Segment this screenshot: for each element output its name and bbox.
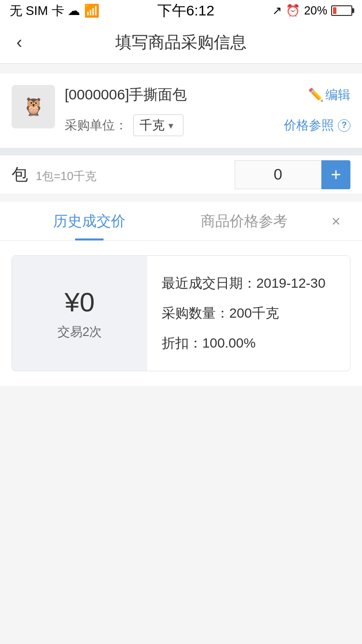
trade-count: 交易2次 bbox=[57, 323, 102, 340]
product-info: [0000006]手撕面包 ✏️ 编辑 采购单位： 千克 ▾ 价格参照 ? bbox=[65, 85, 350, 136]
price-ref-help-icon: ? bbox=[338, 119, 350, 132]
location-icon: ↗ bbox=[272, 4, 282, 17]
product-name: [0000006]手撕面包 bbox=[65, 85, 187, 105]
status-right: ↗ ⏰ 20% bbox=[272, 4, 352, 17]
price-summary: ¥0 交易2次 bbox=[12, 256, 147, 371]
dropdown-arrow-icon: ▾ bbox=[168, 120, 173, 131]
edit-button[interactable]: ✏️ 编辑 bbox=[308, 86, 350, 103]
battery-icon bbox=[331, 5, 352, 16]
quantity-controls: 0 + bbox=[235, 160, 350, 189]
wifi-icon: 📶 bbox=[84, 3, 99, 18]
edit-label: 编辑 bbox=[325, 86, 350, 103]
price-value: 0 bbox=[80, 287, 95, 317]
battery-label: 20% bbox=[304, 4, 327, 17]
purchase-qty-value: 200千克 bbox=[229, 306, 279, 321]
status-time: 下午6:12 bbox=[157, 1, 214, 21]
price-details: 最近成交日期：2019-12-30 采购数量：200千克 折扣：100.00% bbox=[147, 256, 350, 371]
product-unit-row: 采购单位： 千克 ▾ 价格参照 ? bbox=[65, 114, 350, 136]
tab-close-button[interactable]: × bbox=[321, 202, 350, 240]
section-divider bbox=[0, 148, 362, 155]
tabs-header: 历史成交价 商品价格参考 × bbox=[0, 202, 362, 241]
tab-history-price-label: 历史成交价 bbox=[53, 211, 125, 231]
unit-label: 采购单位： bbox=[65, 117, 127, 134]
product-name-row: [0000006]手撕面包 ✏️ 编辑 bbox=[65, 85, 350, 105]
unit-selector-group: 采购单位： 千克 ▾ bbox=[65, 114, 183, 136]
edit-icon: ✏️ bbox=[308, 87, 323, 102]
alarm-icon: ⏰ bbox=[286, 4, 300, 17]
tabs-section: 历史成交价 商品价格参考 × ¥0 交易2次 最近成交日期：2019-12-30… bbox=[0, 202, 362, 386]
product-image: 🦉 bbox=[23, 98, 44, 115]
back-button[interactable]: ‹ bbox=[12, 28, 27, 57]
recent-date-label: 最近成交日期： bbox=[162, 276, 256, 291]
purchase-qty-row: 采购数量：200千克 bbox=[162, 303, 335, 323]
quantity-row: 包 1包=10千克 0 + bbox=[0, 155, 362, 194]
purchase-qty-label: 采购数量： bbox=[162, 306, 229, 321]
recent-date-row: 最近成交日期：2019-12-30 bbox=[162, 273, 335, 294]
nav-bar: ‹ 填写商品采购信息 bbox=[0, 21, 362, 64]
discount-label: 折扣： bbox=[162, 336, 202, 350]
quantity-conversion: 1包=10千克 bbox=[36, 168, 97, 184]
battery-fill bbox=[333, 7, 336, 14]
tab-content: ¥0 交易2次 最近成交日期：2019-12-30 采购数量：200千克 折扣：… bbox=[0, 241, 362, 386]
product-thumbnail: 🦉 bbox=[12, 85, 55, 128]
status-bar: 无 SIM 卡 ☁ 📶 下午6:12 ↗ ⏰ 20% bbox=[0, 0, 362, 21]
quantity-plus-button[interactable]: + bbox=[321, 160, 350, 189]
unit-select[interactable]: 千克 ▾ bbox=[133, 114, 183, 136]
price-card: ¥0 交易2次 最近成交日期：2019-12-30 采购数量：200千克 折扣：… bbox=[12, 255, 350, 371]
price-ref-label: 价格参照 bbox=[284, 117, 334, 134]
product-card: 🦉 [0000006]手撕面包 ✏️ 编辑 采购单位： 千克 ▾ 价格参照 ? bbox=[0, 73, 362, 148]
tab-history-price[interactable]: 历史成交价 bbox=[12, 202, 167, 240]
quantity-input[interactable]: 0 bbox=[235, 160, 321, 189]
status-left: 无 SIM 卡 ☁ 📶 bbox=[10, 2, 99, 19]
price-amount: ¥0 bbox=[65, 286, 95, 318]
unit-value: 千克 bbox=[139, 117, 165, 134]
main-content bbox=[0, 386, 362, 644]
tab-product-price-ref[interactable]: 商品价格参考 bbox=[167, 202, 321, 240]
quantity-unit: 包 bbox=[12, 164, 28, 186]
tab-product-price-ref-label: 商品价格参考 bbox=[201, 211, 288, 231]
discount-row: 折扣：100.00% bbox=[162, 333, 335, 353]
page-title: 填写商品采购信息 bbox=[115, 31, 247, 54]
quantity-label: 包 1包=10千克 bbox=[12, 164, 97, 186]
price-reference-button[interactable]: 价格参照 ? bbox=[284, 117, 350, 134]
currency-symbol: ¥ bbox=[65, 287, 80, 317]
recent-date-value: 2019-12-30 bbox=[256, 276, 325, 291]
signal-label: 无 SIM 卡 ☁ bbox=[10, 2, 80, 19]
discount-value: 100.00% bbox=[202, 336, 256, 350]
